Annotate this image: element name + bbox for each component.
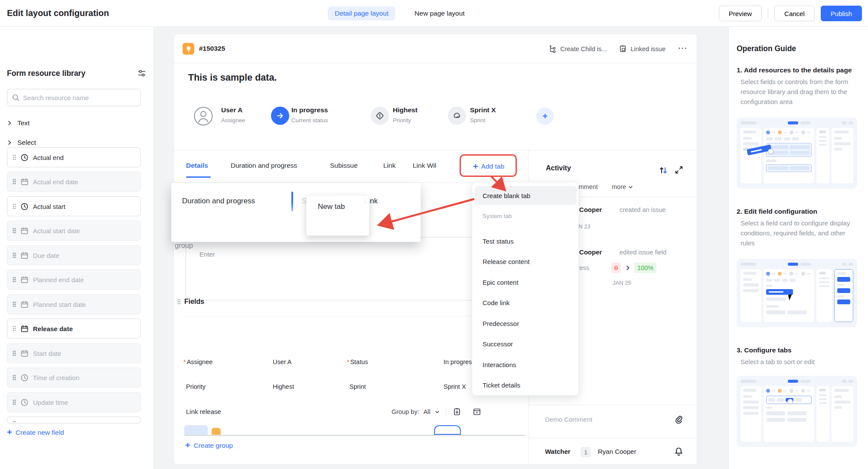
search-icon	[12, 94, 20, 101]
field-value-priority[interactable]: Highest	[273, 383, 294, 390]
comment-input[interactable]	[545, 416, 671, 423]
watcher-count-badge: 1	[581, 447, 591, 457]
paperclip-icon[interactable]	[674, 415, 683, 424]
selected-field-illustration	[766, 289, 793, 295]
overlay-tab-duration[interactable]: Duration and progress	[182, 197, 255, 205]
chevron-right-icon	[7, 140, 12, 145]
tab-duration-and-progress[interactable]: Duration and progress	[231, 162, 297, 169]
board-filter-icon[interactable]	[472, 407, 482, 417]
field-label-sprint: Sprint	[349, 383, 366, 390]
search-box[interactable]	[7, 89, 141, 106]
meta-value[interactable]: Highest	[393, 106, 418, 114]
add-field-button[interactable]	[536, 107, 554, 125]
board-add-icon[interactable]	[452, 407, 462, 417]
divider	[183, 316, 519, 316]
field-value-status[interactable]: In progress	[444, 358, 475, 365]
drag-handle-icon[interactable]	[13, 228, 16, 234]
field-card-release-date[interactable]: Release date	[7, 319, 141, 339]
menu-item-predecessor[interactable]: Predecessor	[472, 315, 579, 332]
field-card-update-time[interactable]: Update time	[7, 392, 141, 412]
menu-item-release-content[interactable]: Release content	[472, 253, 579, 270]
guide-step-3-body: Select a tab to sort or edit	[737, 357, 857, 367]
meta-value[interactable]: In progress	[291, 106, 328, 114]
menu-item-successor[interactable]: Successor	[472, 335, 579, 352]
menu-item-interactions[interactable]: Interactions	[472, 356, 579, 373]
field-card-actual-start[interactable]: Actual start	[7, 196, 141, 216]
drag-handle-icon[interactable]	[177, 299, 181, 305]
drag-handle-icon[interactable]	[13, 277, 16, 283]
add-tab-button[interactable]: Add tab	[460, 156, 517, 177]
menu-item-epic-content[interactable]: Epic content	[472, 274, 579, 291]
plus-icon	[185, 441, 190, 450]
operation-guide-panel: Operation Guide 1. Add resources to the …	[728, 27, 868, 469]
tab-new-page-layout[interactable]: New page layout	[408, 7, 471, 20]
divider	[174, 150, 698, 150]
guide-step-1-heading: 1. Add resources to the details page	[737, 65, 857, 75]
drag-handle-icon[interactable]	[13, 326, 16, 332]
calendar-icon	[20, 325, 29, 333]
sidebar-group-select[interactable]: Select	[7, 139, 36, 147]
menu-item-test-status[interactable]: Test status	[472, 232, 579, 250]
chevron-down-icon[interactable]	[435, 410, 440, 414]
tab-more[interactable]: more	[612, 183, 633, 190]
status-arrow-icon[interactable]	[271, 107, 289, 125]
horizontal-scrollbar[interactable]	[184, 435, 525, 436]
sidebar-group-text[interactable]: Text	[7, 119, 29, 127]
create-group-button[interactable]: Create group	[185, 441, 233, 450]
search-input[interactable]	[23, 94, 136, 101]
priority-icon[interactable]	[371, 107, 389, 125]
status-chip	[212, 428, 221, 435]
drag-handle-icon[interactable]	[13, 179, 16, 185]
field-card-start-date[interactable]: Start date	[7, 343, 141, 363]
clipped-group-heading: group	[175, 241, 193, 250]
expand-icon[interactable]	[675, 166, 683, 174]
publish-button[interactable]: Publish	[821, 6, 862, 21]
field-card-planned-end-date[interactable]: Planned end date	[7, 270, 141, 290]
field-value-sprint[interactable]: Sprint X	[444, 383, 466, 390]
drag-handle-icon[interactable]	[13, 399, 16, 405]
field-card-planned-start-date[interactable]: Planned start date	[7, 294, 141, 314]
meta-value[interactable]: Sprint X	[470, 106, 496, 114]
tab-detail-page-layout[interactable]: Detail page layout	[328, 7, 395, 20]
assignee-avatar[interactable]	[194, 107, 213, 126]
tab-link[interactable]: Link	[383, 162, 395, 169]
sliders-icon[interactable]	[137, 68, 147, 78]
guide-illustration-3	[737, 376, 857, 447]
bell-icon[interactable]	[674, 447, 683, 456]
more-icon[interactable]	[678, 46, 687, 52]
guide-step-2-heading: 2. Edit field configuration	[737, 207, 857, 216]
linked-issue-button[interactable]: Linked issue	[619, 45, 666, 53]
create-new-field-button[interactable]: Create new field	[7, 428, 64, 437]
drag-handle-icon[interactable]	[13, 375, 16, 381]
drag-handle-icon[interactable]	[13, 203, 16, 209]
watcher-name[interactable]: Ryan Cooper	[598, 448, 636, 455]
meta-value[interactable]: User A	[221, 106, 242, 114]
tab-subissue[interactable]: Subissue	[330, 162, 358, 169]
field-card-time-of-creation[interactable]: Time of creation	[7, 368, 141, 388]
drag-handle-icon[interactable]	[13, 350, 16, 356]
sort-icon[interactable]	[659, 166, 668, 175]
tab-details[interactable]: Details	[186, 162, 208, 169]
tab-link-wil[interactable]: Link Wil	[413, 162, 436, 169]
group-by-value[interactable]: All	[424, 408, 431, 415]
selected-chip	[434, 425, 461, 435]
sprint-icon[interactable]	[448, 107, 466, 125]
guide-step-3-heading: 3. Configure tabs	[737, 345, 857, 355]
field-card-actual-end[interactable]: Actual end	[7, 147, 141, 167]
create-child-issue-button[interactable]: Create Child is...	[548, 45, 607, 53]
menu-item-create-blank-tab[interactable]: Create blank tab	[475, 186, 577, 205]
dragged-new-tab-card[interactable]: New tab	[306, 195, 369, 236]
field-card-due-date[interactable]: Due date	[7, 245, 141, 265]
cancel-button[interactable]: Cancel	[774, 6, 815, 21]
menu-item-code-link[interactable]: Code link	[472, 294, 579, 311]
activity-action: created an issue	[620, 206, 666, 213]
drag-handle-icon[interactable]	[13, 252, 16, 258]
field-card-clipped[interactable]	[7, 417, 141, 423]
menu-item-ticket-details[interactable]: Ticket details	[472, 376, 579, 394]
field-value-assignee[interactable]: User A	[273, 358, 292, 365]
preview-button[interactable]: Preview	[719, 6, 762, 21]
drag-handle-icon[interactable]	[13, 154, 16, 160]
drag-handle-icon[interactable]	[13, 301, 16, 307]
field-card-actual-start-date[interactable]: Actual start date	[7, 221, 141, 241]
field-card-actual-end-date[interactable]: Actual end date	[7, 172, 141, 192]
